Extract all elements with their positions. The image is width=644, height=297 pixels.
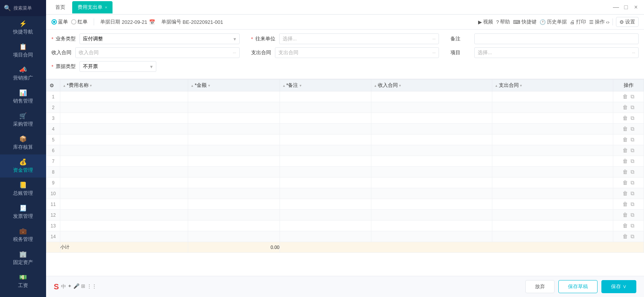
cell-note-8[interactable] — [280, 167, 371, 178]
cell-note-13[interactable] — [280, 221, 371, 231]
action-shortcuts[interactable]: ⌨ 快捷键 — [513, 18, 536, 25]
cell-income-contract-4[interactable] — [371, 124, 492, 134]
sidebar-item-project-contract[interactable]: 📋项目合同 — [0, 39, 46, 62]
cell-income-contract-2[interactable] — [371, 102, 492, 113]
copy-icon-6[interactable]: ⧉ — [631, 147, 634, 153]
settings-button[interactable]: ⚙ 设置 — [616, 17, 639, 27]
cell-note-1[interactable] — [280, 91, 371, 102]
action-history[interactable]: 🕐 历史单据 — [540, 18, 567, 25]
sort-down-1[interactable]: ▾ — [90, 83, 92, 88]
copy-icon-2[interactable]: ⧉ — [631, 104, 634, 110]
cell-amount-14[interactable] — [188, 231, 280, 242]
cell-expense-name-7[interactable] — [60, 156, 188, 167]
cell-note-12[interactable] — [280, 210, 371, 221]
business-type-select[interactable]: 应付调整 ▾ — [79, 33, 240, 44]
cell-note-14[interactable] — [280, 231, 371, 242]
sidebar-item-quick-nav[interactable]: ⚡快捷导航 — [0, 16, 46, 39]
cell-expense-contract-12[interactable] — [492, 210, 613, 221]
sidebar-search[interactable]: 🔍 搜索菜单 — [0, 0, 46, 16]
action-more[interactable]: ☰ 操作 ‹› — [589, 18, 609, 25]
delete-icon-14[interactable]: 🗑 — [622, 233, 628, 239]
sidebar-item-sales-mgmt[interactable]: 📊销售管理 — [0, 85, 46, 108]
cell-expense-name-14[interactable] — [60, 231, 188, 242]
sidebar-item-fixed-assets[interactable]: 🏢固定资产 — [0, 247, 46, 270]
action-print[interactable]: 🖨 打印 — [570, 18, 586, 25]
sort-down-5[interactable]: ▾ — [520, 83, 522, 88]
ticket-type-select[interactable]: 不开票 ▾ — [79, 61, 156, 72]
copy-icon-11[interactable]: ⧉ — [631, 201, 634, 207]
sidebar-item-ledger-mgmt[interactable]: 📒总账管理 — [0, 178, 46, 201]
sort-up-2[interactable]: ▴ — [191, 83, 193, 88]
window-close[interactable]: × — [632, 3, 640, 12]
delete-icon-4[interactable]: 🗑 — [622, 126, 628, 132]
copy-icon-1[interactable]: ⧉ — [631, 93, 634, 100]
cell-income-contract-14[interactable] — [371, 231, 492, 242]
cell-amount-6[interactable] — [188, 145, 280, 156]
delete-icon-12[interactable]: 🗑 — [622, 212, 628, 218]
sidebar-item-inventory[interactable]: 📦库存核算 — [0, 131, 46, 154]
cell-note-4[interactable] — [280, 124, 371, 134]
cell-income-contract-3[interactable] — [371, 113, 492, 124]
cell-expense-contract-4[interactable] — [492, 124, 613, 134]
sort-up-4[interactable]: ▴ — [374, 83, 376, 88]
tab-expense[interactable]: 费用支出单 × — [72, 1, 113, 13]
delete-icon-9[interactable]: 🗑 — [622, 179, 628, 186]
col-settings[interactable]: ⚙ — [46, 80, 60, 91]
radio-red[interactable]: 红单 — [71, 18, 88, 25]
cell-expense-contract-3[interactable] — [492, 113, 613, 124]
cell-income-contract-9[interactable] — [371, 178, 492, 188]
cell-expense-name-3[interactable] — [60, 113, 188, 124]
delete-icon-6[interactable]: 🗑 — [622, 147, 628, 153]
calendar-icon[interactable]: 📅 — [149, 19, 155, 25]
cell-expense-contract-2[interactable] — [492, 102, 613, 113]
cell-expense-contract-14[interactable] — [492, 231, 613, 242]
sort-up-3[interactable]: ▴ — [283, 83, 285, 88]
project-input[interactable]: 选择... ··· — [474, 47, 639, 58]
cell-note-7[interactable] — [280, 156, 371, 167]
copy-icon-7[interactable]: ⧉ — [631, 158, 634, 164]
cell-income-contract-6[interactable] — [371, 145, 492, 156]
cell-amount-4[interactable] — [188, 124, 280, 134]
radio-blue[interactable]: 蓝单 — [51, 18, 68, 25]
cell-expense-name-4[interactable] — [60, 124, 188, 134]
cell-note-9[interactable] — [280, 178, 371, 188]
cell-expense-name-6[interactable] — [60, 145, 188, 156]
action-help[interactable]: ? 帮助 — [496, 18, 510, 25]
delete-icon-5[interactable]: 🗑 — [622, 136, 628, 143]
copy-icon-14[interactable]: ⧉ — [631, 233, 634, 239]
cell-expense-contract-13[interactable] — [492, 221, 613, 231]
cell-amount-12[interactable] — [188, 210, 280, 221]
delete-icon-10[interactable]: 🗑 — [622, 190, 628, 196]
action-video[interactable]: ▶ 视频 — [478, 18, 493, 25]
window-maximize[interactable]: □ — [622, 3, 630, 12]
cell-amount-13[interactable] — [188, 221, 280, 231]
cell-note-5[interactable] — [280, 134, 371, 145]
cell-amount-9[interactable] — [188, 178, 280, 188]
cell-amount-10[interactable] — [188, 188, 280, 199]
sidebar-item-tax-mgmt[interactable]: 💼税务管理 — [0, 224, 46, 247]
partner-input[interactable]: 选择... ··· — [279, 33, 439, 44]
cell-expense-contract-1[interactable] — [492, 91, 613, 102]
save-draft-button[interactable]: 保存草稿 — [558, 280, 598, 293]
cell-expense-contract-5[interactable] — [492, 134, 613, 145]
sidebar-item-capital-mgmt[interactable]: 💰资金管理 — [0, 154, 46, 178]
delete-icon-7[interactable]: 🗑 — [622, 158, 628, 164]
cell-note-10[interactable] — [280, 188, 371, 199]
tab-expense-close[interactable]: × — [105, 5, 107, 10]
sort-down-2[interactable]: ▾ — [208, 83, 210, 88]
cell-amount-3[interactable] — [188, 113, 280, 124]
note-input[interactable] — [474, 33, 639, 44]
income-contract-input[interactable]: 收入合同 ··· — [75, 47, 240, 58]
copy-icon-8[interactable]: ⧉ — [631, 169, 634, 175]
delete-icon-11[interactable]: 🗑 — [622, 201, 628, 207]
delete-icon-13[interactable]: 🗑 — [622, 222, 628, 229]
cell-income-contract-12[interactable] — [371, 210, 492, 221]
delete-icon-2[interactable]: 🗑 — [622, 104, 628, 110]
sort-up-5[interactable]: ▴ — [495, 83, 497, 88]
cell-income-contract-11[interactable] — [371, 199, 492, 210]
copy-icon-10[interactable]: ⧉ — [631, 190, 634, 196]
sidebar-item-ops-mgmt[interactable]: 📈经营管理 — [0, 293, 46, 297]
cell-expense-name-13[interactable] — [60, 221, 188, 231]
cell-income-contract-5[interactable] — [371, 134, 492, 145]
sort-down-4[interactable]: ▾ — [399, 83, 401, 88]
